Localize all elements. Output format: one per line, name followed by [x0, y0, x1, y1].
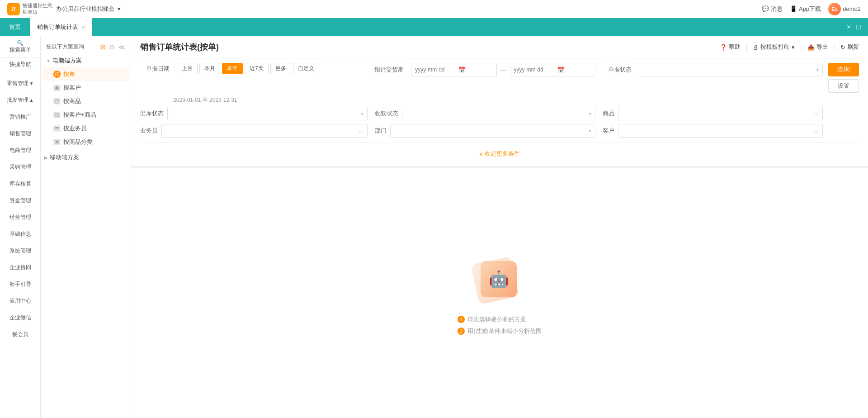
sidebar-divider	[4, 73, 37, 73]
sidebar-item-system[interactable]: 系统管理	[0, 242, 40, 259]
sidebar-item-wholesale[interactable]: 批发管理 ▲	[0, 92, 40, 109]
out-status-arrow-icon: ▾	[361, 111, 363, 116]
scheme-panel: 按以下方案查询 ⊕ ⊙ ≪ ▼ 电脑端方案 按 按单	[41, 36, 131, 418]
sidebar-item-marketing[interactable]: 营销推广	[0, 109, 40, 125]
collapse-btn[interactable]: ∧ 收起更多条件	[140, 146, 859, 162]
win-close-icon[interactable]: ×	[847, 23, 851, 31]
scheme-by-salesman-icon	[53, 125, 61, 132]
date-btn-more[interactable]: 更多	[270, 63, 291, 74]
date-range-text: 2023-01-01 至 2023-12-31	[173, 96, 237, 104]
app-title: 办公用品行业模拟账套	[56, 5, 115, 13]
date-btn-7days[interactable]: 近7天	[245, 63, 269, 74]
expected-date-to-input[interactable]: 📅	[510, 63, 595, 76]
print-btn[interactable]: 🖨 按模板打印 ▾	[753, 43, 795, 51]
sidebar-item-apps[interactable]: 应用中心	[0, 293, 40, 309]
refresh-icon: ↻	[840, 44, 845, 51]
scheme-by-category-icon	[53, 139, 61, 145]
sidebar-item-retail[interactable]: 零售管理 ▼	[0, 75, 40, 92]
svg-rect-1	[56, 86, 58, 87]
scheme-item-by-salesman[interactable]: 按业务员	[42, 122, 129, 135]
collapse-icon: ∧	[479, 151, 483, 157]
sidebar-item-enterprise[interactable]: 企业协同	[0, 259, 40, 276]
expected-date-from-input[interactable]: 📅	[411, 63, 496, 76]
tab-home[interactable]: 首页	[0, 18, 30, 36]
page-header-actions: ❓ 帮助 | 🖨 按模板打印 ▾ | 📤 导出 |	[720, 43, 859, 57]
sidebar-item-operations[interactable]: 经营管理	[0, 209, 40, 226]
sidebar-item-purchase[interactable]: 采购管理	[0, 159, 40, 176]
salesman-dots-icon: ···	[359, 127, 364, 134]
calendar-from-icon: 📅	[458, 66, 466, 73]
sidebar-search[interactable]: 🔍 搜索菜单	[0, 36, 40, 58]
help-btn[interactable]: ❓ 帮助	[720, 43, 741, 51]
salesman-input[interactable]: ···	[161, 124, 368, 138]
export-btn[interactable]: 📤 导出	[807, 43, 828, 51]
search-icon: 🔍	[17, 40, 24, 46]
sidebar-item-basics[interactable]: 基础信息	[0, 226, 40, 242]
sidebar-item-sales[interactable]: 销售管理	[0, 125, 40, 142]
scheme-by-order-icon: 按	[53, 71, 61, 78]
date-btn-this-month[interactable]: 本月	[199, 63, 220, 74]
topbar-left: 好 畅捷通好生意 标准版 办公用品行业模拟账套 ▾	[7, 3, 121, 15]
scheme-item-by-category[interactable]: 按商品分类	[42, 135, 129, 149]
main-content: 销售订单统计表(按单) ❓ 帮助 | 🖨 按模板打印 ▾ | 📤	[131, 36, 868, 418]
message-btn[interactable]: 💬 消息	[762, 5, 783, 13]
content-area: 按以下方案查询 ⊕ ⊙ ≪ ▼ 电脑端方案 按 按单	[41, 36, 868, 418]
svg-rect-9	[56, 141, 58, 143]
scheme-by-cg-icon	[53, 112, 61, 118]
sidebar-item-member[interactable]: 畅会员	[0, 326, 40, 343]
goods-label: 商品	[603, 109, 614, 118]
logo-text: 畅捷通好生意 标准版	[23, 3, 52, 14]
sidebar-item-finance[interactable]: 资金管理	[0, 192, 40, 209]
scheme-collapse-btn[interactable]: ≪	[118, 43, 125, 51]
message-icon: 💬	[762, 5, 769, 12]
scheme-add-btn[interactable]: ⊕	[100, 43, 106, 51]
svg-rect-4	[55, 113, 59, 117]
scheme-edit-btn[interactable]: ⊙	[109, 43, 115, 51]
payment-status-select[interactable]: ▾	[402, 107, 595, 120]
scheme-pc-section: ▼ 电脑端方案 按 按单 按客户 按商品	[41, 54, 131, 149]
app-download-btn[interactable]: 📱 App下载	[790, 5, 821, 13]
win-max-icon[interactable]: □	[856, 23, 861, 31]
status-select[interactable]: ▾	[639, 63, 823, 76]
date-btn-last-month[interactable]: 上月	[177, 63, 198, 74]
date-btn-custom[interactable]: 自定义	[293, 63, 319, 74]
expected-date-to-field[interactable]	[514, 66, 555, 73]
goods-input[interactable]: ···	[618, 107, 823, 120]
out-status-label: 出库状态	[140, 109, 164, 118]
payment-status-label: 收款状态	[375, 109, 398, 118]
scheme-mobile-section[interactable]: ▶ 移动端方案	[41, 151, 131, 164]
avatar: Ea	[828, 3, 841, 15]
salesman-label: 业务员	[140, 127, 158, 135]
user-menu[interactable]: Ea demo2	[828, 3, 861, 15]
scheme-item-by-goods[interactable]: 按商品	[42, 95, 129, 108]
app-title-arrow[interactable]: ▾	[118, 5, 121, 12]
date-btn-this-year[interactable]: 本年	[222, 63, 243, 74]
expected-date-from-field[interactable]	[415, 66, 456, 73]
dept-select[interactable]: ▾	[390, 124, 595, 138]
empty-num-1: 1	[458, 316, 465, 323]
scheme-item-by-order[interactable]: 按 按单	[42, 67, 129, 81]
sidebar: 🔍 搜索菜单 快捷导航 零售管理 ▼ 批发管理 ▲ 营销推广 销售管理 电商管理	[0, 36, 41, 418]
sidebar-item-wechat[interactable]: 企业微信	[0, 309, 40, 326]
customer-input[interactable]: ···	[618, 124, 823, 138]
query-button[interactable]: 查询	[828, 63, 859, 76]
tab-close-icon[interactable]: ×	[82, 24, 85, 30]
sidebar-item-inventory[interactable]: 库存核算	[0, 176, 40, 192]
status-arrow-icon: ▾	[816, 67, 819, 72]
scheme-item-by-customer[interactable]: 按客户	[42, 81, 129, 95]
out-status-select[interactable]: ▾	[167, 107, 368, 120]
svg-rect-2	[55, 100, 59, 103]
sidebar-item-ecommerce[interactable]: 电商管理	[0, 142, 40, 159]
main-layout: 🔍 搜索菜单 快捷导航 零售管理 ▼ 批发管理 ▲ 营销推广 销售管理 电商管理	[0, 36, 868, 418]
empty-hints: 1 请先选择要分析的方案 2 用[过滤]条件来缩小分析范围	[458, 315, 541, 335]
scheme-item-by-customer-goods[interactable]: 按客户+商品	[42, 108, 129, 122]
empty-state: 🤖 1 请先选择要分析的方案 2 用[过滤]条件来缩小分析范围	[131, 168, 868, 418]
settings-button[interactable]: 设置	[828, 79, 859, 93]
sidebar-item-tutorial[interactable]: 新手引导	[0, 276, 40, 293]
sidebar-quick-nav[interactable]: 快捷导航	[0, 58, 40, 71]
app-title-area[interactable]: 办公用品行业模拟账套 ▾	[56, 5, 121, 13]
tab-active[interactable]: 销售订单统计表 ×	[30, 18, 92, 36]
refresh-btn[interactable]: ↻ 刷新	[840, 43, 859, 51]
empty-hint-1: 1 请先选择要分析的方案	[458, 315, 541, 323]
scheme-pc-title[interactable]: ▼ 电脑端方案	[42, 54, 129, 67]
